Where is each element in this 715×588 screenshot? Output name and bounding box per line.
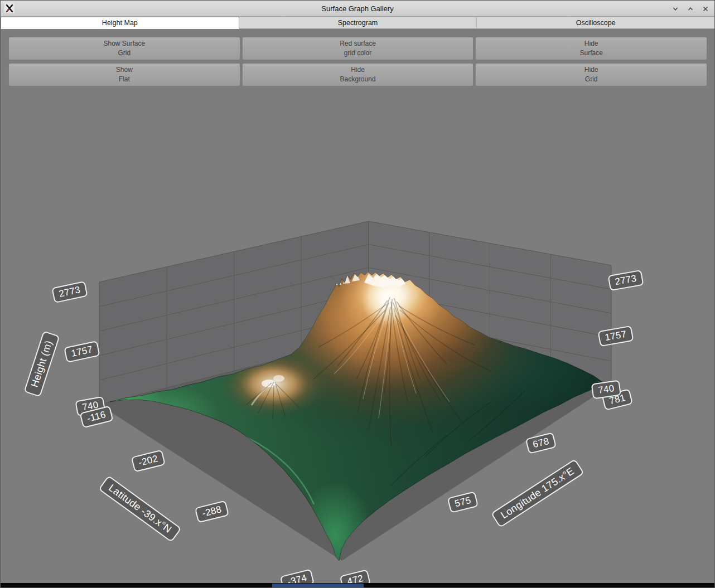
- toolbar: Show Surface Grid Red surface grid color…: [8, 37, 707, 86]
- maximize-icon[interactable]: [684, 2, 697, 15]
- window-title: Surface Graph Gallery: [1, 1, 714, 17]
- button-label-line1: Hide: [584, 65, 598, 75]
- hide-surface-button[interactable]: Hide Surface: [475, 37, 707, 60]
- button-label-line1: Show: [116, 65, 133, 75]
- app-window: Surface Graph Gallery Height Map Spectro…: [0, 0, 715, 588]
- hide-background-button[interactable]: Hide Background: [242, 63, 474, 86]
- tab-height-map[interactable]: Height Map: [1, 17, 239, 29]
- button-label-line2: Flat: [119, 75, 130, 84]
- tab-bar: Height Map Spectrogram Oscilloscope: [1, 17, 714, 29]
- button-label-line2: grid color: [344, 48, 371, 58]
- tab-oscilloscope[interactable]: Oscilloscope: [477, 17, 714, 29]
- minimize-icon[interactable]: [669, 2, 682, 15]
- button-label-line2: Grid: [585, 75, 598, 84]
- button-label-line1: Red surface: [340, 39, 376, 48]
- screen-bottom-strip: [1, 583, 715, 587]
- window-controls: [669, 2, 712, 15]
- button-label-line2: Grid: [118, 48, 131, 58]
- button-label-line1: Hide: [584, 39, 598, 48]
- red-surface-grid-color-button[interactable]: Red surface grid color: [242, 37, 474, 60]
- close-icon[interactable]: [699, 2, 712, 15]
- button-label-line1: Show Surface: [103, 39, 145, 48]
- button-label-line2: Background: [340, 75, 375, 84]
- button-label-line2: Surface: [579, 48, 602, 58]
- title-bar[interactable]: Surface Graph Gallery: [1, 1, 714, 17]
- surface-3d-view[interactable]: 2773 1757 740 Height (m) -116 -202 -288 …: [1, 90, 715, 584]
- show-surface-grid-button[interactable]: Show Surface Grid: [8, 37, 240, 60]
- show-flat-button[interactable]: Show Flat: [8, 63, 240, 86]
- button-label-line1: Hide: [351, 65, 365, 75]
- hide-grid-button[interactable]: Hide Grid: [475, 63, 707, 86]
- tab-spectrogram[interactable]: Spectrogram: [239, 17, 477, 29]
- taskbar-highlight: [272, 584, 364, 587]
